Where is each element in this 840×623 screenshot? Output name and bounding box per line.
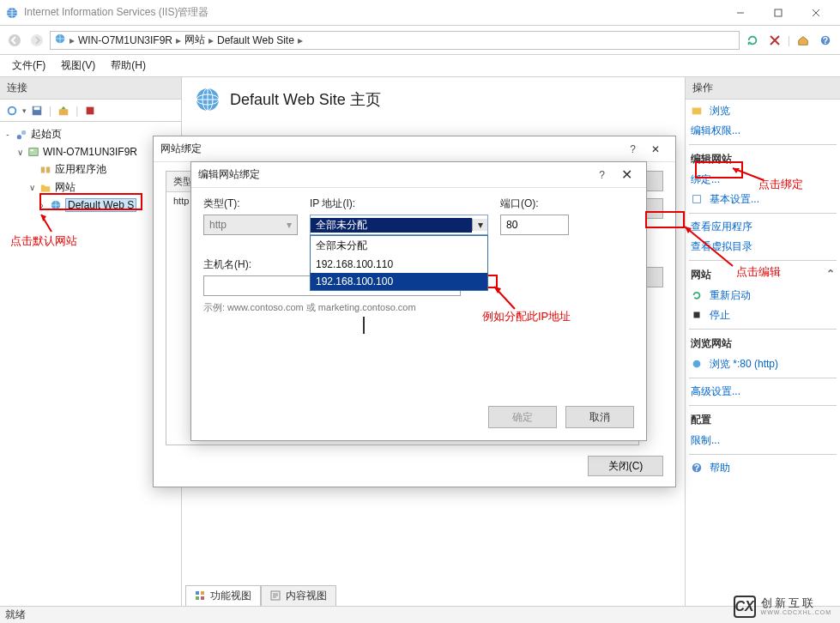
- bindings-close-button[interactable]: ✕: [643, 143, 668, 155]
- svg-rect-23: [693, 195, 701, 203]
- svg-point-3: [31, 34, 43, 46]
- svg-rect-11: [87, 106, 94, 114]
- dialog-help-button[interactable]: ?: [630, 143, 636, 155]
- svg-rect-28: [196, 591, 199, 595]
- close-button[interactable]: [797, 1, 835, 25]
- label-hostname: 主机名(H):: [203, 257, 251, 272]
- menu-help[interactable]: 帮助(H): [104, 56, 153, 76]
- site-icon: [49, 198, 63, 212]
- maximize-button[interactable]: [759, 1, 797, 25]
- tree-start-page[interactable]: - 起始页: [3, 125, 178, 143]
- edit-binding-dialog: 编辑网站绑定 ? ✕ 类型(T): IP 地址(I): 端口(O): http▾…: [190, 161, 647, 441]
- app-pools-icon: [39, 163, 52, 177]
- connections-toolbar: ▾ | |: [0, 100, 181, 122]
- action-stop[interactable]: 停止: [689, 305, 837, 325]
- label-ip: IP 地址(I):: [310, 197, 488, 211]
- tab-content-view[interactable]: 内容视图: [261, 585, 336, 606]
- breadcrumb-sites[interactable]: 网站: [184, 33, 205, 47]
- tree-default-web-site[interactable]: › Default Web S: [3, 197, 178, 214]
- text-cursor: [363, 317, 365, 334]
- watermark-en: WWW.CDCXHL.COM: [761, 609, 831, 616]
- menu-file[interactable]: 文件(F): [5, 56, 52, 76]
- action-basic-settings[interactable]: 基本设置...: [689, 190, 837, 209]
- actions-browse-site-header: 浏览网站: [689, 333, 837, 354]
- watermark: CX 创新互联 WWW.CDCXHL.COM: [725, 590, 840, 623]
- home-button[interactable]: [794, 31, 813, 50]
- svg-rect-30: [196, 596, 199, 600]
- view-tabs: 功能视图 内容视图: [185, 585, 336, 606]
- bindings-close-btn[interactable]: 关闭(C): [588, 456, 663, 476]
- ip-address-dropdown: 全部未分配 192.168.100.110 192.168.100.100: [310, 235, 488, 291]
- window-title: Internet Information Services (IIS)管理器: [24, 5, 722, 20]
- label-type: 类型(T):: [203, 197, 298, 211]
- menu-view[interactable]: 视图(V): [54, 56, 102, 76]
- save-button[interactable]: [28, 102, 45, 119]
- up-button[interactable]: [55, 102, 72, 119]
- bindings-dialog-title: 网站绑定: [160, 142, 630, 156]
- ip-option-all-unassigned[interactable]: 全部未分配: [311, 236, 487, 256]
- ip-option-2[interactable]: 192.168.100.100: [311, 273, 487, 290]
- tree-app-pools[interactable]: 应用程序池: [3, 160, 178, 178]
- svg-rect-24: [694, 312, 700, 318]
- svg-text:?: ?: [823, 34, 828, 45]
- connect-icon: [15, 128, 28, 142]
- svg-rect-9: [34, 106, 40, 110]
- back-button[interactable]: [5, 31, 24, 50]
- watermark-cn: 创新互联: [761, 597, 831, 609]
- action-advanced-settings[interactable]: 高级设置...: [689, 382, 837, 402]
- svg-rect-16: [41, 166, 45, 172]
- cancel-button[interactable]: 取消: [565, 406, 634, 428]
- minimize-button[interactable]: [722, 1, 759, 25]
- action-view-vdirs[interactable]: 查看虚拟目录: [689, 237, 837, 257]
- hostname-hint: 示例: www.contoso.com 或 marketing.contoso.…: [203, 301, 634, 314]
- svg-point-25: [693, 360, 701, 367]
- svg-rect-14: [29, 148, 39, 156]
- action-help[interactable]: ?帮助: [689, 458, 837, 478]
- action-limits[interactable]: 限制...: [689, 431, 837, 451]
- folder-icon: [39, 181, 52, 195]
- edit-close-button[interactable]: ✕: [613, 166, 639, 183]
- stop-icon: [691, 309, 704, 323]
- actions-pane: 操作 浏览 编辑权限... 编辑网站 绑定... 基本设置... 查看应用程序 …: [686, 77, 840, 606]
- stop-button[interactable]: [765, 31, 784, 50]
- action-browse-80[interactable]: 浏览 *:80 (http): [689, 354, 837, 374]
- ip-option-1[interactable]: 192.168.100.110: [311, 256, 487, 273]
- window-titlebar: Internet Information Services (IIS)管理器: [0, 0, 840, 26]
- svg-rect-22: [692, 107, 702, 114]
- restart-icon: [691, 289, 704, 303]
- breadcrumb[interactable]: ▸ WIN-O7M1UN3IF9R ▸ 网站 ▸ Default Web Sit…: [50, 31, 740, 50]
- tab-features-view[interactable]: 功能视图: [185, 585, 261, 606]
- help-button[interactable]: ?: [816, 31, 835, 50]
- page-title: Default Web Site 主页: [230, 89, 381, 110]
- action-view-apps[interactable]: 查看应用程序: [689, 217, 837, 237]
- connections-header: 连接: [0, 77, 181, 100]
- breadcrumb-site[interactable]: Default Web Site: [217, 34, 294, 46]
- menu-bar: 文件(F) 视图(V) 帮助(H): [0, 55, 840, 77]
- watermark-logo: CX: [734, 596, 756, 618]
- ip-address-select[interactable]: 全部未分配 ▾: [310, 215, 488, 235]
- collapse-icon: ⌃: [826, 268, 835, 282]
- svg-rect-17: [46, 166, 50, 172]
- label-port: 端口(O):: [500, 197, 569, 211]
- action-restart[interactable]: 重新启动: [689, 286, 837, 305]
- forward-button[interactable]: [27, 31, 46, 50]
- connections-stop-button[interactable]: [82, 102, 99, 119]
- breadcrumb-server[interactable]: WIN-O7M1UN3IF9R: [78, 34, 172, 46]
- content-icon: [270, 590, 282, 602]
- action-bindings[interactable]: 绑定...: [689, 170, 837, 190]
- svg-rect-29: [201, 591, 204, 595]
- svg-point-7: [9, 106, 16, 114]
- tree-server[interactable]: ∨ WIN-O7M1UN3IF9R: [3, 143, 178, 160]
- port-input[interactable]: [500, 215, 569, 235]
- refresh-button[interactable]: [743, 31, 762, 50]
- dialog-help-button[interactable]: ?: [599, 169, 605, 181]
- svg-text:?: ?: [694, 462, 699, 472]
- connect-button[interactable]: [3, 102, 21, 119]
- action-edit-permissions[interactable]: 编辑权限...: [689, 121, 837, 141]
- actions-edit-site-header: 编辑网站: [689, 148, 837, 170]
- ok-button[interactable]: 确定: [488, 406, 557, 428]
- svg-point-2: [9, 34, 21, 46]
- edit-dialog-title: 编辑网站绑定: [198, 167, 599, 182]
- tree-sites[interactable]: ∨ 网站: [3, 178, 178, 197]
- action-browse[interactable]: 浏览: [689, 101, 837, 121]
